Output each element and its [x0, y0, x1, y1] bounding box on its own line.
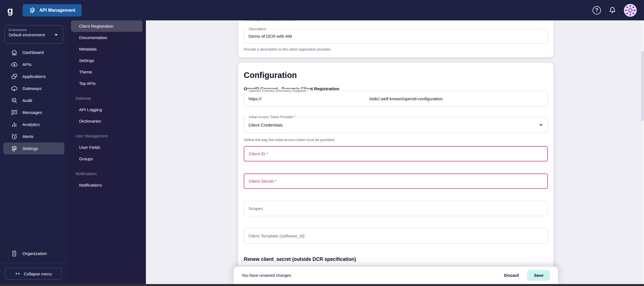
sidebar-item-audit[interactable]: Audit: [3, 94, 64, 106]
sidebar-item-label: APIs: [22, 62, 32, 67]
environment-value: Default environment: [9, 33, 45, 37]
discovery-endpoint-suffix: /oidc/.well-known/openid-configuration: [369, 96, 443, 101]
subnav-item-dictionaries[interactable]: Dictionaries: [68, 115, 146, 127]
subnav-list: Notifications: [68, 179, 146, 191]
sidebar-item-settings[interactable]: Settings: [3, 142, 64, 154]
subnav-item-user-fields[interactable]: User Fields: [68, 142, 146, 153]
gear-icon: [29, 7, 36, 14]
subnav-group-user-management: User Management: [68, 130, 146, 142]
subnav-item-groups[interactable]: Groups: [68, 153, 146, 165]
applications-icon: [11, 73, 18, 80]
top-bar: g API Management ?: [0, 0, 644, 20]
scopes-field[interactable]: Scopes: [244, 201, 548, 216]
topbar-actions: ?: [593, 4, 637, 17]
subnav-item-api-logging[interactable]: API Logging: [68, 104, 146, 115]
subnav-list: Client Registration Documentation Metada…: [68, 20, 146, 89]
token-provider-select[interactable]: Initial Access Token Provider * Client C…: [244, 117, 548, 133]
client-secret-label: Client Secret *: [249, 179, 276, 184]
subnav-item-notifications[interactable]: Notifications: [68, 179, 146, 191]
sidebar-item-apis[interactable]: APIs: [3, 58, 64, 70]
sidebar-item-alerts[interactable]: Alerts: [3, 130, 64, 142]
configuration-card: Configuration OpenID Connect - Dynamic C…: [238, 63, 553, 284]
alarm-clock-icon: [11, 133, 18, 140]
provider-card: Client registration provider name. Descr…: [238, 20, 553, 57]
discovery-endpoint-field[interactable]: OpenID Connect Discovery Endpoint * http…: [244, 91, 548, 107]
sidebar-item-label: Audit: [22, 98, 32, 103]
sidebar-item-dashboard[interactable]: Dashboard: [3, 46, 64, 58]
app-root: g API Management ?: [0, 0, 644, 286]
subnav-item-documentation[interactable]: Documentation: [68, 32, 146, 43]
collapse-menu-button[interactable]: Collapse menu: [5, 268, 61, 280]
subnav-list: User Fields Groups: [68, 142, 146, 165]
discard-button[interactable]: Discard: [498, 270, 524, 280]
sidebar-divider: [0, 263, 68, 263]
user-avatar[interactable]: [624, 4, 637, 17]
audit-search-check-icon: [11, 97, 18, 104]
sidebar-item-analytics[interactable]: Analytics: [3, 118, 64, 130]
bar-chart-icon: [11, 121, 18, 128]
sidebar-nav: Dashboard APIs: [0, 46, 68, 154]
sidebar-item-applications[interactable]: Applications: [3, 70, 64, 82]
building-icon: [11, 250, 18, 257]
api-management-button[interactable]: API Management: [23, 4, 82, 16]
client-template-field[interactable]: Client Template (software_id): [244, 228, 548, 244]
sidebar-item-label: Settings: [22, 146, 38, 151]
token-provider-label: Initial Access Token Provider *: [247, 115, 297, 119]
token-provider-hint: Define the way the initial access token …: [244, 138, 335, 142]
environment-label: Environment: [9, 28, 59, 32]
scopes-label: Scopes: [248, 206, 263, 211]
cloud-gateway-icon: [11, 85, 18, 92]
sidebar-item-gateways[interactable]: Gateways: [3, 82, 64, 94]
renew-client-secret-heading: Renew client_secret (outside DCR specifi…: [244, 256, 356, 262]
api-management-label: API Management: [39, 8, 75, 13]
configuration-title: Configuration: [244, 71, 297, 80]
chevron-down-icon: [539, 124, 543, 126]
save-button[interactable]: Save: [527, 270, 550, 281]
notifications-bell-icon[interactable]: [608, 6, 617, 15]
description-label: Description: [247, 27, 268, 31]
client-secret-field[interactable]: Client Secret *: [244, 173, 548, 189]
subnav-item-theme[interactable]: Theme: [68, 66, 146, 78]
sidebar-item-label: Gateways: [22, 86, 42, 91]
subnav-item-settings[interactable]: Settings: [68, 55, 146, 66]
environment-select[interactable]: Environment Default environment: [4, 25, 63, 44]
sidebar-item-label: Applications: [22, 74, 46, 79]
main-scrollbar[interactable]: [641, 20, 644, 284]
unsaved-changes-message: You have unsaved changes: [242, 273, 291, 278]
sidebar-item-label: Messages: [22, 110, 42, 115]
settings-subnav: Client Registration Documentation Metada…: [68, 20, 146, 286]
primary-sidebar: Environment Default environment Dashboar…: [0, 20, 68, 286]
unsaved-changes-bar: You have unsaved changes Discard Save: [234, 267, 558, 284]
main-content: Client registration provider name. Descr…: [146, 20, 644, 286]
description-hint: Provide a description to the client regi…: [244, 47, 331, 51]
subnav-item-top-apis[interactable]: Top APIs: [68, 78, 146, 89]
collapse-arrows-icon: [15, 271, 20, 277]
provider-name-hint-clipped: Client registration provider name.: [244, 20, 297, 22]
gravitee-logo[interactable]: g: [7, 6, 13, 15]
description-field[interactable]: Description Demo of DCR with AM: [244, 29, 548, 44]
client-template-label: Client Template (software_id): [248, 233, 304, 239]
chevron-down-icon: [55, 34, 58, 36]
token-provider-value: Client Credentials: [248, 123, 283, 128]
subnav-list: API Logging Dictionaries: [68, 104, 146, 127]
collapse-menu-label: Collapse menu: [24, 271, 52, 276]
bottom-edge-strip: [0, 284, 644, 286]
subnav-group-notifications: Notifications: [68, 168, 146, 179]
cloud-upload-icon: [11, 61, 18, 68]
subnav-item-client-registration[interactable]: Client Registration: [71, 20, 143, 32]
sidebar-item-organization[interactable]: Organization: [11, 250, 47, 257]
help-icon[interactable]: ?: [593, 6, 601, 15]
subnav-item-metadata[interactable]: Metadata: [68, 43, 146, 55]
home-icon: [11, 49, 18, 56]
client-id-field[interactable]: Client ID *: [244, 146, 548, 161]
client-id-label: Client ID *: [249, 151, 268, 156]
scrollbar-thumb[interactable]: [641, 51, 644, 121]
sidebar-item-messages[interactable]: Messages: [3, 106, 64, 118]
description-value: Demo of DCR with AM: [248, 34, 292, 39]
gear-icon: [11, 145, 18, 152]
sidebar-item-label: Alerts: [22, 134, 34, 139]
subnav-group-gateway: Gateway: [68, 92, 146, 104]
sidebar-item-label: Organization: [22, 251, 47, 256]
message-bubble-icon: [11, 109, 18, 116]
sidebar-item-label: Analytics: [22, 122, 40, 127]
